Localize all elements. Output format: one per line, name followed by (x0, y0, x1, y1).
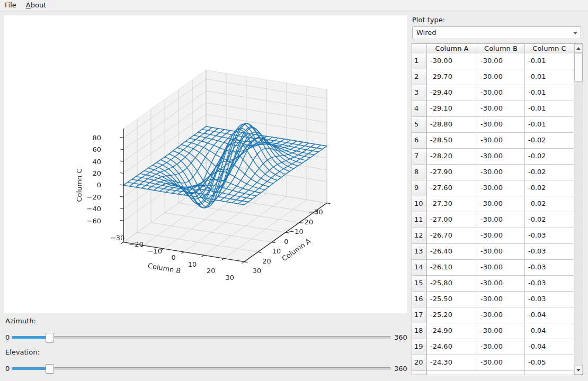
row-number-cell[interactable]: 10 (412, 196, 427, 212)
table-row[interactable]: 9-27.60-30.00-0.02 (412, 180, 574, 196)
table-cell[interactable]: -30.00 (477, 53, 525, 69)
table-cell[interactable]: -30.00 (477, 307, 525, 323)
menu-about[interactable]: About (21, 0, 51, 11)
row-number-cell[interactable]: 20 (412, 355, 427, 371)
table-cell[interactable]: -0.04 (525, 307, 574, 323)
table-row[interactable]: 1-30.00-30.00-0.01 (412, 53, 574, 69)
table-row[interactable]: 8-27.90-30.00-0.02 (412, 165, 574, 180)
table-cell[interactable]: -0.02 (525, 212, 574, 228)
table-cell[interactable]: -0.04 (525, 339, 574, 355)
table-cell[interactable]: -26.70 (427, 228, 477, 244)
table-cell[interactable]: -30.00 (477, 117, 525, 133)
table-cell[interactable]: -30.00 (477, 196, 525, 212)
table-row[interactable]: 3-29.40-30.00-0.01 (412, 85, 574, 101)
table-cell[interactable]: -24.60 (427, 339, 477, 355)
table-row[interactable]: 11-27.00-30.00-0.02 (412, 212, 574, 228)
elevation-slider[interactable] (12, 367, 391, 370)
plot-type-combobox[interactable]: Wired (412, 26, 581, 39)
table-cell[interactable]: -27.90 (427, 165, 477, 180)
table-header-column-a[interactable]: Column A (427, 44, 477, 53)
table-cell[interactable]: -29.10 (427, 101, 477, 117)
table-cell[interactable]: -30.00 (477, 133, 525, 149)
table-row[interactable]: 15-25.80-30.00-0.03 (412, 276, 574, 292)
row-number-cell[interactable]: 7 (412, 149, 427, 165)
row-number-cell[interactable]: 12 (412, 228, 427, 244)
row-number-cell[interactable]: 6 (412, 133, 427, 149)
table-cell[interactable]: -0.02 (525, 133, 574, 149)
scrollbar-down-button[interactable] (574, 366, 583, 375)
table-cell[interactable]: -0.02 (525, 149, 574, 165)
row-number-cell[interactable]: 17 (412, 307, 427, 323)
table-cell[interactable]: -30.00 (477, 149, 525, 165)
table-cell[interactable]: -0.01 (525, 85, 574, 101)
table-cell[interactable]: -0.03 (525, 292, 574, 307)
table-row[interactable]: 10-27.30-30.00-0.02 (412, 196, 574, 212)
table-cell[interactable]: -30.00 (477, 339, 525, 355)
table-cell[interactable]: -0.02 (525, 165, 574, 180)
table-row[interactable]: 16-25.50-30.00-0.03 (412, 292, 574, 307)
table-row-partial[interactable] (412, 371, 574, 375)
table-cell[interactable]: -30.00 (477, 85, 525, 101)
table-cell[interactable]: -0.03 (525, 244, 574, 260)
table-cell[interactable]: -0.04 (525, 323, 574, 339)
row-number-cell[interactable]: 15 (412, 276, 427, 292)
table-cell[interactable]: -30.00 (477, 228, 525, 244)
table-cell[interactable]: -27.60 (427, 180, 477, 196)
table-cell[interactable]: -0.02 (525, 196, 574, 212)
elevation-slider-handle[interactable] (46, 364, 54, 374)
table-scrollbar[interactable] (574, 44, 583, 375)
table-cell[interactable]: -0.01 (525, 69, 574, 85)
table-cell[interactable]: -0.01 (525, 101, 574, 117)
table-cell[interactable]: -30.00 (477, 69, 525, 85)
table-row[interactable]: 17-25.20-30.00-0.04 (412, 307, 574, 323)
table-cell[interactable]: -25.50 (427, 292, 477, 307)
table-cell[interactable]: -30.00 (427, 53, 477, 69)
table-cell[interactable]: -30.00 (477, 292, 525, 307)
row-number-cell[interactable]: 9 (412, 180, 427, 196)
row-number-cell[interactable]: 16 (412, 292, 427, 307)
table-cell[interactable]: -0.01 (525, 53, 574, 69)
row-number-cell[interactable]: 1 (412, 53, 427, 69)
row-number-cell[interactable]: 2 (412, 69, 427, 85)
wireframe-3d-plot-canvas[interactable] (4, 15, 407, 313)
table-header-column-b[interactable]: Column B (477, 44, 525, 53)
table-cell[interactable]: -30.00 (477, 101, 525, 117)
row-number-cell[interactable]: 5 (412, 117, 427, 133)
row-number-cell[interactable]: 4 (412, 101, 427, 117)
table-row[interactable]: 18-24.90-30.00-0.04 (412, 323, 574, 339)
table-cell[interactable]: -29.40 (427, 85, 477, 101)
table-row[interactable]: 20-24.30-30.00-0.05 (412, 355, 574, 371)
row-number-cell[interactable]: 14 (412, 260, 427, 276)
table-cell[interactable]: -0.03 (525, 276, 574, 292)
table-row[interactable]: 12-26.70-30.00-0.03 (412, 228, 574, 244)
table-cell[interactable]: -30.00 (477, 180, 525, 196)
table-cell[interactable]: -28.20 (427, 149, 477, 165)
table-cell[interactable]: -27.00 (427, 212, 477, 228)
table-cell[interactable]: -0.02 (525, 180, 574, 196)
table-row[interactable]: 19-24.60-30.00-0.04 (412, 339, 574, 355)
row-number-cell[interactable]: 8 (412, 165, 427, 180)
table-row[interactable]: 13-26.40-30.00-0.03 (412, 244, 574, 260)
table-cell[interactable]: -30.00 (477, 165, 525, 180)
row-number-cell[interactable]: 3 (412, 85, 427, 101)
table-cell[interactable]: -30.00 (477, 276, 525, 292)
table-cell[interactable]: -0.05 (525, 355, 574, 371)
table-cell[interactable]: -26.10 (427, 260, 477, 276)
row-number-cell[interactable]: 13 (412, 244, 427, 260)
table-cell[interactable]: -24.90 (427, 323, 477, 339)
table-cell[interactable]: -0.03 (525, 260, 574, 276)
table-header-column-c[interactable]: Column C (525, 44, 574, 53)
table-cell[interactable]: -30.00 (477, 355, 525, 371)
table-cell[interactable]: -28.50 (427, 133, 477, 149)
table-cell[interactable]: -0.01 (525, 117, 574, 133)
table-cell[interactable]: -24.30 (427, 355, 477, 371)
menu-file[interactable]: File (0, 0, 21, 11)
row-number-cell[interactable]: 19 (412, 339, 427, 355)
table-cell[interactable]: -30.00 (477, 323, 525, 339)
table-row[interactable]: 4-29.10-30.00-0.01 (412, 101, 574, 117)
scrollbar-thumb[interactable] (574, 53, 583, 81)
table-cell[interactable]: -29.70 (427, 69, 477, 85)
table-row[interactable]: 5-28.80-30.00-0.01 (412, 117, 574, 133)
table-cell[interactable]: -30.00 (477, 260, 525, 276)
table-cell[interactable]: -30.00 (477, 212, 525, 228)
